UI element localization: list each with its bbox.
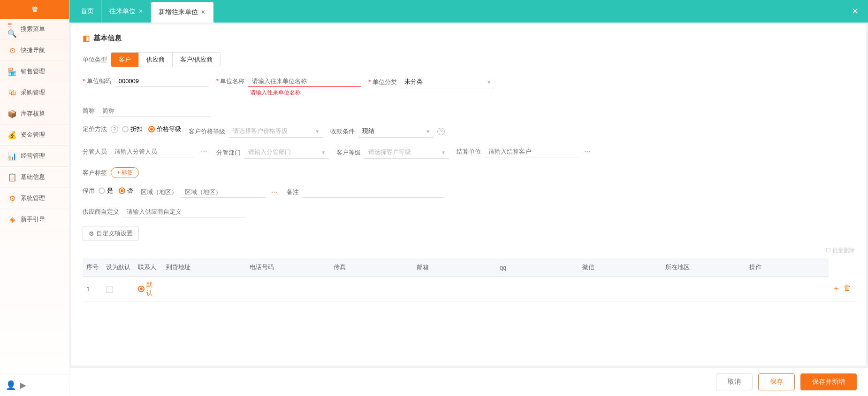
settlement-unit-label: 结算单位 (457, 148, 481, 156)
department-label: 分管部门 (216, 148, 241, 157)
wechat-input[interactable] (665, 286, 741, 293)
email-input[interactable] (500, 286, 575, 293)
sidebar-item-search[interactable]: ≡🔍 搜索菜单 (0, 19, 69, 40)
col-fax: 传真 (330, 258, 413, 277)
remark-input[interactable] (303, 186, 443, 198)
row-checkbox[interactable] (106, 286, 113, 293)
short-name-input[interactable] (99, 105, 211, 116)
save-button[interactable]: 保存 (758, 373, 795, 390)
cell-email[interactable] (496, 277, 579, 302)
col-address: 到货地址 (162, 258, 246, 277)
region-row-input[interactable] (749, 286, 825, 293)
cell-row-actions: ＋ 🗑 (829, 277, 855, 302)
tags-row: 客户标签 + 标签 (83, 167, 855, 178)
tab-home[interactable]: 首页 (73, 0, 102, 23)
col-default: 设为默认 (102, 258, 134, 277)
default-radio-circle (138, 286, 145, 292)
row-add-icon[interactable]: ＋ (832, 284, 840, 294)
qq-input[interactable] (582, 286, 658, 293)
cell-fax[interactable] (413, 277, 496, 302)
col-phone: 电话号码 (246, 258, 329, 277)
contact-input[interactable] (166, 286, 242, 293)
manager-more-icon[interactable]: ··· (199, 148, 209, 156)
supplier-custom-field: 供应商自定义 (83, 206, 245, 217)
unit-type-customer[interactable]: 客户 (111, 53, 139, 67)
department-select[interactable]: 请输入分管部门 ▾ (244, 146, 329, 159)
address-input[interactable] (250, 286, 326, 293)
code-name-cat-row: 单位编码 单位名称 请输入往来单位名称 单位分类 未分类 ▾ (83, 76, 855, 97)
inventory-icon: 📦 (8, 109, 17, 118)
manager-label: 分管人员 (83, 148, 107, 156)
tab-partners-close[interactable]: ✕ (138, 8, 143, 15)
payment-help-icon[interactable]: ? (437, 128, 445, 135)
customer-tag-label: 客户标签 (83, 169, 107, 177)
unit-name-input[interactable] (248, 76, 361, 87)
unit-code-label: 单位编码 (83, 77, 111, 85)
batch-delete-btn[interactable]: ☐ 批量删除 (83, 247, 855, 255)
col-qq: qq (496, 258, 579, 277)
tab-new-partner[interactable]: 新增往来单位 ✕ (151, 2, 213, 23)
settlement-unit-input[interactable] (485, 146, 579, 157)
disabled-no-radio (119, 187, 125, 194)
disabled-no-option[interactable]: 否 (119, 186, 133, 195)
sidebar-item-sales[interactable]: 🏪 销售管理 (0, 61, 69, 82)
pricing-level-option[interactable]: 价格等级 (148, 125, 181, 133)
supplier-custom-input[interactable] (123, 206, 245, 217)
cancel-button[interactable]: 取消 (716, 373, 753, 390)
pricing-radio-group: 折扣 价格等级 (122, 125, 181, 133)
settlement-more-icon[interactable]: ··· (582, 148, 592, 156)
window-close-button[interactable]: ✕ (846, 6, 864, 16)
payment-terms-select[interactable]: 现结 ▾ (358, 125, 434, 138)
cell-qq[interactable] (579, 277, 662, 302)
sidebar-item-purchase[interactable]: 🛍 采购管理 (0, 82, 69, 103)
contacts-table: 序号 设为默认 联系人 到货地址 电话号码 传真 邮箱 qq 微信 所在地区 操… (83, 258, 855, 302)
sidebar-item-base[interactable]: 📋 基础信息 (0, 167, 69, 188)
phone-input[interactable] (334, 286, 409, 293)
cell-contact[interactable] (162, 277, 246, 302)
region-input[interactable] (181, 186, 266, 198)
newbie-icon: ◈ (8, 215, 17, 224)
save-and-new-button[interactable]: 保存并新增 (800, 373, 857, 390)
unit-code-input[interactable] (115, 76, 209, 87)
disabled-radio-group: 是 否 (99, 186, 133, 195)
sidebar-item-newbie[interactable]: ◈ 新手引导 (0, 209, 69, 230)
fax-input[interactable] (417, 286, 492, 293)
department-field: 分管部门 请输入分管部门 ▾ (216, 146, 329, 159)
add-tag-button[interactable]: + 标签 (111, 167, 139, 178)
cell-phone[interactable] (330, 277, 413, 302)
default-radio-option[interactable]: 默认 (138, 280, 159, 297)
row-delete-icon[interactable]: 🗑 (844, 284, 851, 294)
sidebar-item-finance[interactable]: 💰 资金管理 (0, 124, 69, 146)
disabled-yes-option[interactable]: 是 (99, 186, 113, 195)
region-more-icon[interactable]: ··· (269, 188, 279, 196)
row-actions: ＋ 🗑 (832, 284, 851, 294)
col-email: 邮箱 (413, 258, 496, 277)
customer-price-level-select[interactable]: 请选择客户价格等级 ▾ (229, 125, 323, 138)
cell-seq: 1 (83, 277, 102, 302)
pricing-help-icon[interactable]: ? (111, 125, 118, 133)
sidebar-item-quicknav[interactable]: ⊙ 快捷导航 (0, 40, 69, 61)
supplier-custom-label: 供应商自定义 (83, 208, 119, 216)
cell-region[interactable] (746, 277, 829, 302)
tab-partners[interactable]: 往来单位 ✕ (102, 0, 151, 23)
col-wechat: 微信 (579, 258, 662, 277)
short-name-field: 简称 (83, 105, 211, 116)
cell-address[interactable] (246, 277, 329, 302)
unit-category-select[interactable]: 未分类 ▾ (401, 76, 495, 88)
search-icon: ≡🔍 (8, 24, 17, 34)
pricing-discount-option[interactable]: 折扣 (122, 125, 143, 133)
settings-icon[interactable]: ▶ (20, 380, 26, 390)
cell-wechat[interactable] (662, 277, 745, 302)
manager-input[interactable] (111, 146, 195, 157)
unit-type-supplier[interactable]: 供应商 (139, 53, 173, 67)
unit-type-both[interactable]: 客户/供应商 (173, 53, 220, 67)
sidebar-item-system[interactable]: ⚙ 系统管理 (0, 188, 69, 209)
unit-type-row: 单位类型 客户 供应商 客户/供应商 (83, 52, 855, 67)
disabled-region-row: 停用 是 否 区域（地区） ··· 备注 (83, 186, 855, 198)
sidebar-item-inventory[interactable]: 📦 库存核算 (0, 103, 69, 124)
sidebar-item-operation[interactable]: 📊 经营管理 (0, 146, 69, 167)
section-info-icon: ◧ (83, 34, 90, 43)
customer-level-select[interactable]: 请选择客户等级 ▾ (365, 146, 449, 159)
tab-new-partner-close[interactable]: ✕ (201, 9, 206, 16)
custom-settings-button[interactable]: ⚙ 自定义项设置 (83, 226, 139, 241)
